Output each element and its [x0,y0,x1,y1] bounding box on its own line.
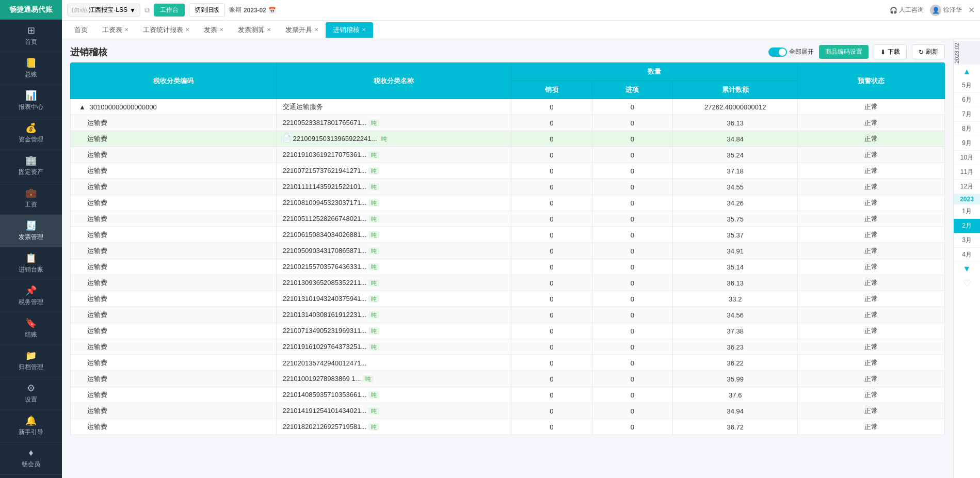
month-dec[interactable]: 12月 [954,180,980,194]
sidebar-item-settlement-label: 结账 [25,330,37,339]
tab-invoice-open[interactable]: 发票开具 ✕ [278,22,326,38]
tab-invoice[interactable]: 发票 ✕ [197,22,231,38]
support-link[interactable]: 🎧 人工咨询 [890,6,924,14]
expand-icon[interactable]: ▲ [79,103,86,111]
sidebar-item-tax[interactable]: 📌 税务管理 [0,280,62,312]
cell-purchase: 0 [592,387,673,403]
tab-bar: 首页 工资表 ✕ 工资统计报表 ✕ 发票 ✕ 发票测算 ✕ 发票开具 ✕ 进销稽… [62,21,980,39]
month-may[interactable]: 5月 [954,78,980,93]
toggle-switch[interactable] [768,47,787,57]
setting-button[interactable]: 商品编码设置 [819,45,869,59]
sidebar-item-settlement[interactable]: 🔖 结账 [0,312,62,345]
table-container: 税收分类编码 税收分类名称 数量 预警状态 销项 进项 累计数额 [70,62,945,470]
unit-tag: 吨 [368,231,379,238]
sidebar-item-archive[interactable]: 📁 归档管理 [0,345,62,377]
cell-item-name: 运输费 [71,115,277,131]
close-icon[interactable]: ✕ [968,5,975,15]
month-mar[interactable]: 3月 [954,233,980,248]
toggle-expand[interactable]: 全部展开 [768,47,814,57]
cell-invoice-num: 221018202126925719581... 吨 [276,419,511,435]
month-oct[interactable]: 10月 [954,151,980,165]
cell-invoice-num: 221005090343170865871... 吨 [276,243,511,259]
table-row: 运输费 221014191254101434021... 吨 0 0 34.94… [71,403,945,419]
user-info[interactable]: 👤 徐泽华 [930,5,962,16]
sidebar-item-reports[interactable]: 📊 报表中心 [0,85,62,117]
scroll-up[interactable]: ▲ [954,65,980,78]
unit-tag: 吨 [368,167,379,174]
table-row: 运输费 221014085935710353661... 吨 0 0 37.6 … [71,387,945,403]
sidebar-item-salary[interactable]: 💼 工资 [0,182,62,215]
page-area: 进销稽核 全部展开 商品编码设置 ⬇ 下载 ↻ 刷新 [62,39,980,478]
sidebar-item-invoice[interactable]: 🧾 发票管理 [0,215,62,247]
sidebar-item-home[interactable]: ⊞ 首页 [0,20,62,52]
sidebar-item-purchase-label: 进销台账 [19,265,43,274]
cell-status: 正常 [798,403,945,419]
month-nov[interactable]: 11月 [954,165,980,180]
unit-tag: 吨 [368,263,379,270]
scroll-down[interactable]: ▼ [954,262,980,276]
calendar-icon[interactable]: 📅 [268,7,276,14]
unit-tag: 吨 [368,423,379,431]
month-jan[interactable]: 1月 [954,204,980,219]
cell-purchase: 0 [592,307,673,323]
sidebar-item-member[interactable]: ♦ 畅会员 [0,442,62,474]
cell-cumulative: 34.55 [673,179,798,195]
sidebar-item-assets[interactable]: 🏢 固定资产 [0,150,62,182]
tab-home[interactable]: 首页 [67,22,95,38]
app-logo: 畅捷通易代账 [0,0,62,20]
cell-invoice-num: 221005112528266748021... 吨 [276,211,511,227]
tab-invoice-calc-close[interactable]: ✕ [267,27,271,33]
month-feb[interactable]: 2月 [954,219,980,233]
home-icon: ⊞ [27,25,35,36]
table-row: 运输费 221007215737621941271... 吨 0 0 37.18… [71,163,945,179]
cell-cumulative: 35.24 [673,147,798,163]
unit-tag: 吨 [368,183,379,190]
cell-item-name: 运输费 [71,355,277,371]
cell-sales: 0 [511,291,592,307]
tab-salary-table-close[interactable]: ✕ [124,27,128,33]
sidebar-item-purchase[interactable]: 📋 进销台账 [0,247,62,280]
tab-reconcile[interactable]: 进销稽核 ✕ [326,22,373,38]
cell-invoice-num: 221019161029764373251... 吨 [276,339,511,355]
month-apr[interactable]: 4月 [954,248,980,262]
main-content: (勿动) 江西报宝-LSS ▼ ⧉ 工作台 切到旧版 账期 2023-02 📅 … [62,0,980,478]
cell-status: 正常 [798,211,945,227]
month-jun[interactable]: 6月 [954,93,980,107]
dropdown-icon: ▼ [130,7,136,14]
cell-purchase: 0 [592,115,673,131]
sidebar-unpin[interactable]: ◄◄ 取消固定 [0,474,62,478]
cell-item-name: 运输费 [71,163,277,179]
tab-invoice-close[interactable]: ✕ [219,27,223,33]
page-content: 进销稽核 全部展开 商品编码设置 ⬇ 下载 ↻ 刷新 [62,39,953,478]
sidebar-item-settings[interactable]: ⚙ 设置 [0,377,62,410]
sidebar-item-ledger[interactable]: 📒 总账 [0,52,62,85]
header-tax-name: 税收分类名称 [276,63,511,99]
cell-item-name: 运输费 [71,195,277,211]
cell-cumulative: 36.13 [673,115,798,131]
company-selector[interactable]: (勿动) 江西报宝-LSS ▼ [67,4,140,17]
copy-icon[interactable]: ⧉ [144,6,150,14]
cell-purchase: 0 [592,323,673,339]
month-aug[interactable]: 8月 [954,122,980,136]
refresh-button[interactable]: ↻ 刷新 [912,44,945,59]
switch-version-button[interactable]: 切到旧版 [189,3,225,17]
tab-invoice-open-close[interactable]: ✕ [314,27,318,33]
tab-salary-stats[interactable]: 工资统计报表 ✕ [136,22,197,38]
cell-item-name: 运输费 [71,243,277,259]
workspace-button[interactable]: 工作台 [154,4,185,17]
download-button[interactable]: ⬇ 下载 [874,44,907,59]
cell-invoice-num: 221002155703576436331... 吨 [276,259,511,275]
tab-salary-stats-close[interactable]: ✕ [185,27,189,33]
tab-salary-table[interactable]: 工资表 ✕ [95,22,136,38]
sidebar-item-capital[interactable]: 💰 资金管理 [0,117,62,150]
tab-reconcile-close[interactable]: ✕ [362,27,366,33]
cell-sales: 0 [511,147,592,163]
month-jul[interactable]: 7月 [954,107,980,122]
cell-purchase: 0 [592,259,673,275]
cell-purchase: 0 [592,211,673,227]
sidebar-item-guide[interactable]: 🔔 新手引导 [0,410,62,442]
tab-invoice-calc[interactable]: 发票测算 ✕ [231,22,278,38]
month-sep[interactable]: 9月 [954,136,980,151]
cell-invoice-num: 221020135742940012471... [276,355,511,371]
cell-purchase: 0 [592,195,673,211]
